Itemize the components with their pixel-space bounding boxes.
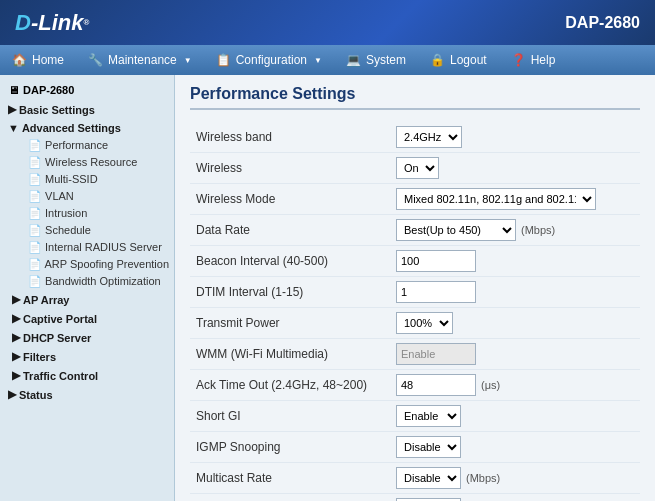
field-value: Disable (Mbps) [390, 463, 640, 494]
sidebar-item-captive-portal[interactable]: ▶ Captive Portal [0, 309, 174, 328]
expand-icon: ▶ [8, 388, 16, 401]
field-value [390, 339, 640, 370]
field-label: IGMP Snooping [190, 432, 390, 463]
table-row: Wireless band 2.4GHz5GHz [190, 122, 640, 153]
sidebar-item-status[interactable]: ▶ Status [0, 385, 174, 404]
sidebar-item-arp-spoofing[interactable]: 📄 ARP Spoofing Prevention [0, 256, 174, 273]
sidebar-filters-label: Filters [23, 351, 56, 363]
chevron-down-icon: ▼ [314, 56, 322, 65]
sidebar-dhcp-label: DHCP Server [23, 332, 91, 344]
sidebar-intrusion-label: Intrusion [45, 207, 87, 219]
multicast-rate-unit: (Mbps) [466, 472, 500, 484]
beacon-interval-input[interactable] [396, 250, 476, 272]
chevron-down-icon: ▼ [184, 56, 192, 65]
sidebar-item-advanced-settings[interactable]: ▼ Advanced Settings [0, 119, 174, 137]
short-gi-select[interactable]: EnableDisable [396, 405, 461, 427]
sidebar-advanced-label: Advanced Settings [22, 122, 121, 134]
sidebar-item-radius[interactable]: 📄 Internal RADIUS Server [0, 239, 174, 256]
field-label: Ack Time Out (2.4GHz, 48~200) [190, 370, 390, 401]
settings-table: Wireless band 2.4GHz5GHz Wireless OnOff [190, 122, 640, 501]
sidebar-item-multi-ssid[interactable]: 📄 Multi-SSID [0, 171, 174, 188]
page-icon: 📄 [28, 258, 42, 270]
sidebar-captive-label: Captive Portal [23, 313, 97, 325]
field-label: DTIM Interval (1-15) [190, 277, 390, 308]
sidebar-item-intrusion[interactable]: 📄 Intrusion [0, 205, 174, 222]
sidebar-item-wireless-resource[interactable]: 📄 Wireless Resource [0, 154, 174, 171]
logout-icon: 🔒 [430, 53, 445, 67]
table-row: Wireless OnOff [190, 153, 640, 184]
content-area: Performance Settings Wireless band 2.4GH… [175, 75, 655, 501]
header: D-Link® DAP-2680 [0, 0, 655, 45]
nav-configuration[interactable]: 📋 Configuration ▼ [204, 45, 334, 75]
main-area: 🖥 DAP-2680 ▶ Basic Settings ▼ Advanced S… [0, 75, 655, 501]
table-row: DTIM Interval (1-15) [190, 277, 640, 308]
page-icon: 📄 [28, 156, 42, 168]
table-row: WMM (Wi-Fi Multimedia) [190, 339, 640, 370]
field-label: WMM (Wi-Fi Multimedia) [190, 339, 390, 370]
data-rate-select[interactable]: Best(Up to 450) [396, 219, 516, 241]
expand-icon: ▶ [8, 103, 16, 116]
logo-tm: ® [83, 18, 89, 27]
multicast-rate-select[interactable]: Disable [396, 467, 461, 489]
wireless-mode-select[interactable]: Mixed 802.11n, 802.11g and 802.11b [396, 188, 596, 210]
field-value: 2.4GHz5GHz [390, 122, 640, 153]
sidebar-schedule-label: Schedule [45, 224, 91, 236]
sidebar-item-traffic-control[interactable]: ▶ Traffic Control [0, 366, 174, 385]
field-value: OnOff [390, 153, 640, 184]
sidebar-item-performance[interactable]: 📄 Performance [0, 137, 174, 154]
nav-maintenance[interactable]: 🔧 Maintenance ▼ [76, 45, 204, 75]
sidebar-item-bandwidth[interactable]: 📄 Bandwidth Optimization [0, 273, 174, 290]
page-icon: 📄 [28, 224, 42, 236]
wireless-select[interactable]: OnOff [396, 157, 439, 179]
sidebar-device[interactable]: 🖥 DAP-2680 [0, 80, 174, 100]
sidebar-basic-label: Basic Settings [19, 104, 95, 116]
sidebar-bandwidth-label: Bandwidth Optimization [45, 275, 161, 287]
navbar: 🏠 Home 🔧 Maintenance ▼ 📋 Configuration ▼… [0, 45, 655, 75]
table-row: Wireless Mode Mixed 802.11n, 802.11g and… [190, 184, 640, 215]
help-icon: ❓ [511, 53, 526, 67]
nav-system-label: System [366, 53, 406, 67]
field-value [390, 246, 640, 277]
sidebar-item-basic-settings[interactable]: ▶ Basic Settings [0, 100, 174, 119]
transmit-power-select[interactable]: 100%75%50%25% [396, 312, 453, 334]
table-row: Multicast Bandwidth Control DisableEnabl… [190, 494, 640, 502]
nav-logout[interactable]: 🔒 Logout [418, 45, 499, 75]
nav-configuration-label: Configuration [236, 53, 307, 67]
sidebar-item-filters[interactable]: ▶ Filters [0, 347, 174, 366]
nav-help[interactable]: ❓ Help [499, 45, 568, 75]
field-value: EnableDisable [390, 401, 640, 432]
sidebar-radius-label: Internal RADIUS Server [45, 241, 162, 253]
sidebar: 🖥 DAP-2680 ▶ Basic Settings ▼ Advanced S… [0, 75, 175, 501]
table-row: Beacon Interval (40-500) [190, 246, 640, 277]
ack-timeout-input[interactable] [396, 374, 476, 396]
expand-icon: ▶ [12, 369, 20, 382]
page-icon: 📄 [28, 190, 42, 202]
field-value: Mixed 802.11n, 802.11g and 802.11b [390, 184, 640, 215]
sidebar-item-vlan[interactable]: 📄 VLAN [0, 188, 174, 205]
wmm-input [396, 343, 476, 365]
nav-home[interactable]: 🏠 Home [0, 45, 76, 75]
expand-icon: ▶ [12, 293, 20, 306]
field-value: 100%75%50%25% [390, 308, 640, 339]
field-value: Best(Up to 450) (Mbps) [390, 215, 640, 246]
page-title: Performance Settings [190, 85, 640, 110]
sidebar-item-schedule[interactable]: 📄 Schedule [0, 222, 174, 239]
logo-d: D [15, 10, 31, 36]
sidebar-ap-label: AP Array [23, 294, 69, 306]
field-value: DisableEnable [390, 494, 640, 502]
field-label: Wireless [190, 153, 390, 184]
table-row: Transmit Power 100%75%50%25% [190, 308, 640, 339]
sidebar-traffic-label: Traffic Control [23, 370, 98, 382]
sidebar-status-label: Status [19, 389, 53, 401]
wireless-band-select[interactable]: 2.4GHz5GHz [396, 126, 462, 148]
expand-icon: ▶ [12, 331, 20, 344]
igmp-snooping-select[interactable]: DisableEnable [396, 436, 461, 458]
field-value [390, 277, 640, 308]
nav-system[interactable]: 💻 System [334, 45, 418, 75]
sidebar-item-dhcp-server[interactable]: ▶ DHCP Server [0, 328, 174, 347]
system-icon: 💻 [346, 53, 361, 67]
page-icon: 📄 [28, 139, 42, 151]
model-name: DAP-2680 [565, 14, 640, 32]
dtim-interval-input[interactable] [396, 281, 476, 303]
sidebar-item-ap-array[interactable]: ▶ AP Array [0, 290, 174, 309]
